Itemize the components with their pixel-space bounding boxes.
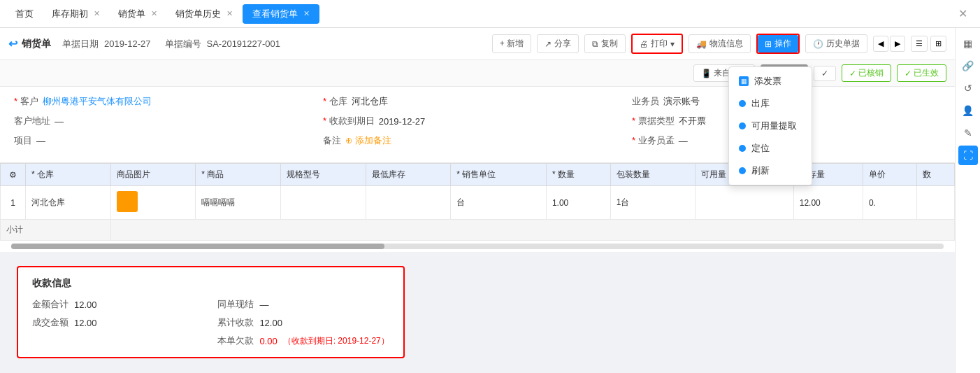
subtotal-values	[110, 220, 954, 241]
logistics-button[interactable]: 🚚 物流信息	[689, 34, 751, 53]
sidebar-link-icon[interactable]: 🔗	[958, 56, 978, 76]
operation-dropdown: ▦ 添发票 出库 可用量提取 定位 刷新	[728, 66, 812, 185]
product-image	[117, 191, 138, 212]
th-qty: * 数量	[546, 164, 610, 186]
th-unit: * 销售单位	[451, 164, 547, 186]
tab-sales-history-label: 销货单历史	[175, 8, 221, 20]
tab-inventory-init-label: 库存期初	[52, 8, 88, 20]
doc-title-text: 销货单	[22, 38, 51, 50]
warehouse-label: 仓库	[323, 95, 347, 108]
tab-home[interactable]: 首页	[7, 3, 42, 24]
add-invoice-icon: ▦	[739, 76, 749, 86]
scroll-track[interactable]	[11, 244, 944, 249]
tab-sales-order-close[interactable]: ✕	[151, 9, 157, 18]
same-order-value: —	[259, 300, 268, 310]
nav-arrows: ◀ ▶	[873, 36, 905, 52]
payment-date-label: 收款到期日	[323, 115, 375, 127]
customer-field: 客户 柳州粤港平安气体有限公司	[14, 95, 323, 108]
same-order-row: 同单现结 —	[217, 298, 389, 311]
locate-label: 定位	[751, 142, 770, 155]
warehouse-field: 仓库 河北仓库	[323, 95, 632, 108]
payment-date-value: 2019-12-27	[379, 116, 426, 127]
tab-bar: 首页 库存期初 ✕ 销货单 ✕ 销货单历史 ✕ 查看销货单 ✕ ✕	[0, 0, 980, 28]
payment-date-field: 收款到期日 2019-12-27	[323, 115, 632, 127]
th-spec: 规格型号	[280, 164, 366, 186]
staff2-value: —	[679, 136, 688, 146]
table-row: 1 河北仓库 嗝嗝嗝嗝 台 1.00 1台 12.00 0.	[1, 186, 955, 220]
copy-button-label: 复制	[601, 38, 618, 50]
print-dropdown-arrow[interactable]: ▾	[670, 39, 675, 49]
toolbar-right: + 新增 ↗ 分享 ⧉ 复制 🖨 打印 ▾	[492, 34, 946, 54]
dropdown-refresh[interactable]: 刷新	[729, 160, 812, 182]
sidebar-user-icon[interactable]: 👤	[958, 101, 978, 120]
tab-inventory-init-close[interactable]: ✕	[94, 9, 100, 18]
project-value: —	[36, 136, 45, 146]
share-button[interactable]: ↗ 分享	[537, 34, 579, 53]
sidebar-layout-icon[interactable]: ▦	[958, 34, 978, 53]
refresh-label: 刷新	[751, 164, 770, 177]
copy-button[interactable]: ⧉ 复制	[584, 34, 626, 53]
cumulative-row: 累计收款 12.00	[217, 316, 389, 329]
dropdown-warehouse-out[interactable]: 出库	[729, 92, 812, 115]
address-value: —	[55, 116, 64, 127]
doc-header: ↩ 销货单 单据日期 2019-12-27 单据编号 SA-20191227-0…	[0, 28, 955, 60]
note-field: 备注 ⊕ 添加备注	[323, 134, 632, 147]
th-extra: 数	[916, 164, 954, 186]
balance-label: 本单欠款	[217, 335, 254, 347]
row-unit: 台	[451, 186, 547, 220]
cancel-sales-label: 已核销	[858, 67, 884, 79]
dropdown-qty-extract[interactable]: 可用量提取	[729, 115, 812, 137]
row-warehouse: 河北仓库	[26, 186, 111, 220]
tab-sales-history-close[interactable]: ✕	[226, 9, 233, 18]
scroll-thumb[interactable]	[11, 244, 384, 249]
project-label: 项目	[14, 134, 32, 147]
th-image: 商品图片	[110, 164, 196, 186]
row-product: 嗝嗝嗝嗝	[196, 186, 281, 220]
sidebar-expand-icon[interactable]: ⛶	[958, 146, 978, 165]
scrollbar-area[interactable]	[0, 241, 955, 252]
cancel-sales-button[interactable]: ✓ 已核销	[842, 64, 891, 82]
tab-view-sales-label: 查看销货单	[252, 8, 298, 20]
window-close-button[interactable]: ✕	[953, 4, 973, 23]
confirm-button[interactable]: ✓	[814, 66, 836, 81]
dropdown-locate[interactable]: 定位	[729, 137, 812, 160]
tab-sales-history[interactable]: 销货单历史 ✕	[167, 3, 241, 24]
history-button[interactable]: 🕐 历史单据	[805, 34, 867, 53]
tab-view-sales[interactable]: 查看销货单 ✕	[243, 4, 319, 24]
warehouse-out-label: 出库	[751, 97, 770, 110]
ticket-type-label: 票据类型	[632, 115, 675, 127]
share-button-label: 分享	[554, 38, 571, 50]
ticket-type-value: 不开票	[679, 115, 706, 127]
list-view-btn[interactable]: ☰	[911, 36, 928, 52]
tab-sales-order[interactable]: 销货单 ✕	[110, 3, 166, 24]
sidebar-refresh-icon[interactable]: ↺	[958, 78, 978, 98]
sidebar-extra-icon[interactable]: ✎	[958, 123, 978, 143]
address-field: 客户地址 —	[14, 115, 323, 127]
cumulative-value: 12.00	[259, 318, 282, 328]
staff2-label: 业务员孟	[632, 134, 675, 147]
doc-meta: 单据日期 2019-12-27 单据编号 SA-20191227-001	[62, 38, 280, 50]
effective-button[interactable]: ✓ 已生效	[897, 64, 946, 82]
th-gear: ⚙	[1, 164, 26, 186]
tab-inventory-init[interactable]: 库存期初 ✕	[43, 3, 108, 24]
note-add-btn[interactable]: ⊕ 添加备注	[345, 134, 391, 147]
nav-prev[interactable]: ◀	[873, 36, 888, 52]
logistics-button-label: 物流信息	[709, 38, 743, 50]
nav-next[interactable]: ▶	[890, 36, 905, 52]
customer-value[interactable]: 柳州粤港平安气体有限公司	[43, 95, 152, 108]
print-button[interactable]: 🖨 打印 ▾	[633, 35, 682, 52]
transaction-value: 12.00	[74, 318, 97, 328]
locate-icon	[739, 145, 746, 152]
qty-extract-icon	[739, 122, 746, 129]
operation-button-label: 操作	[774, 38, 791, 50]
warehouse-out-icon	[739, 100, 746, 107]
doc-date-label: 单据日期	[62, 38, 99, 50]
doc-no-field: 单据编号 SA-20191227-001	[165, 38, 281, 50]
operation-button[interactable]: ⊞ 操作	[758, 35, 798, 52]
new-button[interactable]: + 新增	[492, 34, 531, 53]
tab-view-sales-close[interactable]: ✕	[303, 9, 310, 18]
dropdown-add-invoice[interactable]: ▦ 添发票	[729, 70, 812, 92]
grid-view-btn[interactable]: ⊞	[930, 36, 946, 52]
row-price: 0.	[863, 186, 916, 220]
effective-label: 已生效	[914, 67, 939, 79]
